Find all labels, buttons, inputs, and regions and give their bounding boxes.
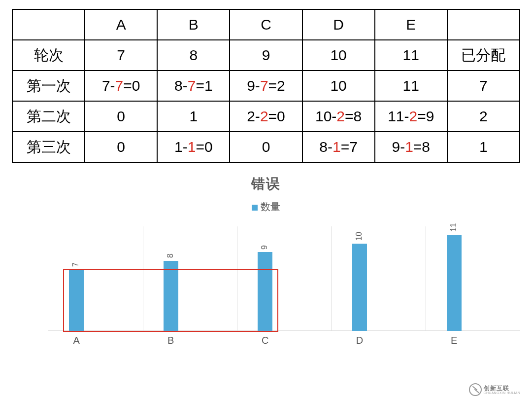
bar-value-label: 11: [449, 223, 458, 232]
table-header-cell: E: [375, 9, 447, 40]
category-label: A: [73, 335, 79, 346]
bar: 10: [352, 244, 367, 331]
table-row-label: 轮次: [12, 40, 85, 71]
table-cell: 8-1=7: [302, 132, 375, 162]
table-header-cell: [12, 9, 85, 40]
table-cell: 0: [230, 132, 302, 162]
bar: 9: [258, 252, 272, 331]
allocation-table: ABCDE轮次7891011已分配第一次7-7=08-7=19-7=210117…: [12, 9, 520, 163]
table-cell: 10: [302, 71, 375, 101]
table-row-label: 第三次: [12, 132, 85, 162]
bar-value-label: 8: [166, 254, 175, 258]
table-cell: 8: [157, 40, 230, 71]
table-cell: 0: [85, 132, 157, 162]
category-label: B: [167, 335, 174, 346]
gridline: [332, 226, 332, 331]
bar-value-label: 9: [260, 245, 269, 250]
legend-label: 数量: [261, 201, 280, 212]
table-cell: 11-2=9: [375, 101, 447, 132]
table-cell: 2-2=0: [230, 101, 302, 132]
table-cell: 0: [85, 101, 157, 132]
table-cell: 1-1=0: [157, 132, 230, 162]
bar: 8: [164, 261, 178, 331]
table-header-cell: A: [85, 9, 157, 40]
chart-legend: 数量: [12, 200, 520, 214]
table-header-cell: C: [230, 9, 302, 40]
table-cell: 7-7=0: [85, 71, 157, 101]
category-label: C: [262, 335, 268, 346]
watermark-text-en: CHUANGXIN HULIAN: [484, 391, 520, 395]
table-cell: 10: [302, 40, 375, 71]
gridline: [143, 226, 143, 331]
table-cell: 已分配: [447, 40, 520, 71]
watermark-text-cn: 创新互联: [484, 385, 520, 391]
gridline: [237, 226, 237, 331]
table-header-cell: B: [157, 9, 230, 40]
table-cell: 7: [85, 40, 157, 71]
chart-title: 错误: [12, 175, 520, 193]
watermark-logo-icon: [469, 383, 482, 396]
category-label: D: [356, 335, 363, 346]
legend-swatch-icon: [252, 205, 258, 211]
table-cell: 9-1=8: [375, 132, 447, 162]
table-header-cell: D: [302, 9, 375, 40]
plot-area: 7A8B9C10D11E: [48, 226, 520, 331]
table-cell: 11: [375, 71, 447, 101]
table-row-label: 第一次: [12, 71, 85, 101]
table-cell: 1: [157, 101, 230, 132]
table-cell: 1: [447, 132, 520, 162]
table-cell: 9-7=2: [230, 71, 302, 101]
bar: 11: [447, 235, 462, 331]
table-cell: 8-7=1: [157, 71, 230, 101]
category-label: E: [451, 335, 457, 346]
table-cell: 9: [230, 40, 302, 71]
error-chart: 错误 数量 7A8B9C10D11E: [12, 175, 520, 331]
watermark: 创新互联 CHUANGXIN HULIAN: [469, 383, 520, 396]
table-row-label: 第二次: [12, 101, 85, 132]
table-cell: 11: [375, 40, 447, 71]
table-cell: 2: [447, 101, 520, 132]
table-header-cell: [447, 9, 520, 40]
bar: 7: [69, 270, 84, 331]
table-cell: 10-2=8: [302, 101, 375, 132]
bar-value-label: 7: [71, 262, 80, 267]
table-cell: 7: [447, 71, 520, 101]
bar-value-label: 10: [355, 232, 364, 241]
gridline: [426, 226, 426, 331]
